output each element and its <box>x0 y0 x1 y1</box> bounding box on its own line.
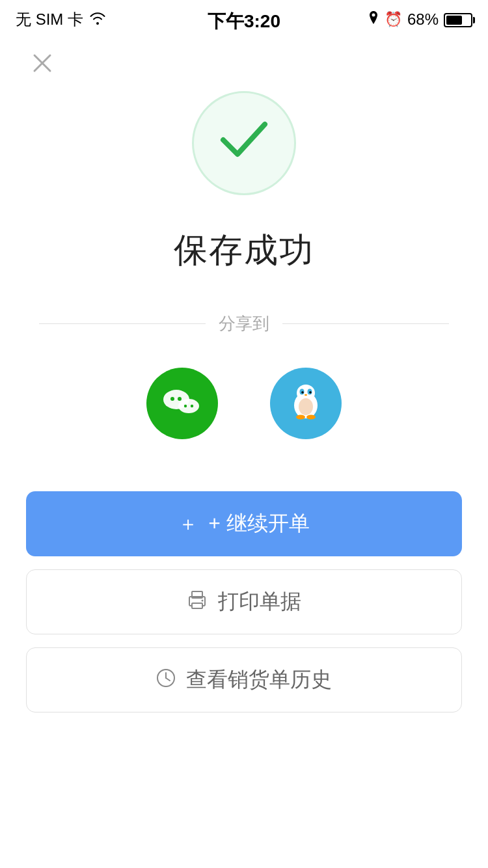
svg-line-25 <box>166 678 170 681</box>
history-icon <box>156 668 176 692</box>
svg-point-8 <box>190 404 193 407</box>
print-button[interactable]: 打印单据 <box>26 569 462 634</box>
action-buttons: ＋ + 继续开单 打印单据 查看销货单历史 <box>0 491 488 712</box>
status-right: ⏰ 68% <box>368 10 472 29</box>
success-title: 保存成功 <box>174 228 314 273</box>
svg-point-5 <box>178 397 182 401</box>
svg-point-17 <box>306 414 316 419</box>
wifi-icon <box>88 10 107 29</box>
plus-icon: ＋ <box>178 511 198 537</box>
wechat-share-button[interactable] <box>146 368 218 439</box>
main-content: 保存成功 分享到 <box>0 39 488 712</box>
print-label: 打印单据 <box>218 588 301 616</box>
divider-left <box>39 323 206 324</box>
close-button[interactable] <box>26 47 59 79</box>
qq-share-button[interactable] <box>270 368 342 439</box>
no-sim-text: 无 SIM 卡 <box>16 9 83 30</box>
close-icon <box>32 53 53 74</box>
status-left: 无 SIM 卡 <box>16 9 107 30</box>
svg-point-13 <box>301 391 304 394</box>
continue-button[interactable]: ＋ + 继续开单 <box>26 491 462 556</box>
svg-point-18 <box>299 398 313 415</box>
print-icon <box>187 590 208 614</box>
svg-point-6 <box>178 399 199 413</box>
qq-icon <box>286 383 325 425</box>
svg-rect-20 <box>192 603 202 608</box>
alarm-icon: ⏰ <box>385 11 402 28</box>
battery-percent: 68% <box>407 10 439 29</box>
svg-point-14 <box>309 391 312 394</box>
battery-icon <box>444 10 472 29</box>
location-icon <box>368 10 379 29</box>
svg-point-0 <box>372 14 375 17</box>
history-button[interactable]: 查看销货单历史 <box>26 647 462 712</box>
success-circle <box>192 91 296 195</box>
svg-point-7 <box>183 404 186 407</box>
status-bar: 无 SIM 卡 下午3:20 ⏰ 68% <box>0 0 488 39</box>
continue-label: + 继续开单 <box>208 509 310 538</box>
status-time: 下午3:20 <box>208 9 280 34</box>
wechat-icon <box>161 383 204 425</box>
svg-point-16 <box>296 414 305 419</box>
history-label: 查看销货单历史 <box>186 666 332 694</box>
share-label: 分享到 <box>219 312 269 335</box>
divider-right <box>282 323 449 324</box>
checkmark-icon <box>218 116 270 170</box>
svg-point-22 <box>202 599 204 601</box>
share-divider: 分享到 <box>0 312 488 335</box>
svg-point-15 <box>305 394 307 395</box>
share-icons <box>146 368 342 439</box>
svg-point-4 <box>170 397 174 401</box>
